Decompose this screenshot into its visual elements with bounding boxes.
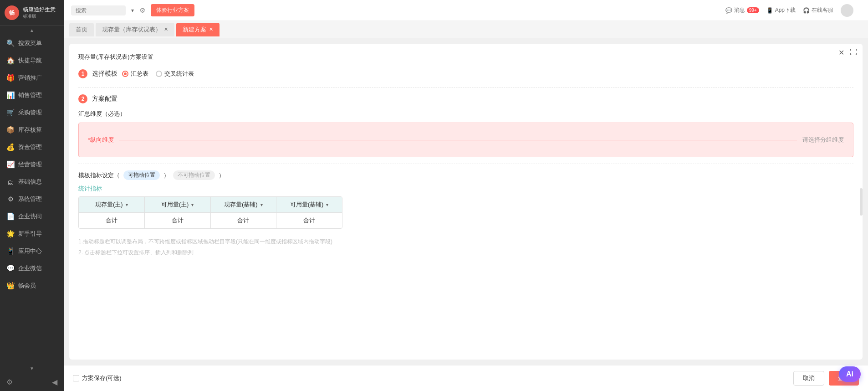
- sidebar-label-appstore: 应用中心: [18, 247, 42, 255]
- sidebar-item-search[interactable]: 🔍搜索菜单: [0, 35, 64, 52]
- industry-btn[interactable]: 体验行业方案: [151, 4, 194, 16]
- sidebar-icon-inventory: 📦: [6, 126, 15, 134]
- section1-number: 1: [78, 69, 87, 78]
- sidebar-icon-newguide: 🌟: [6, 230, 15, 238]
- sidebar-item-marketing[interactable]: 🎁营销推广: [0, 69, 64, 87]
- sidebar-label-sales: 销售管理: [18, 91, 42, 99]
- cancel-button[interactable]: 取消: [793, 371, 824, 386]
- non-draggable-indicator: 不可拖动位置: [173, 170, 215, 180]
- main-panel: ✕ ⛶ 现存量(库存状况表)方案设置 1 选择模板 汇总表交叉统计表 2 方案配…: [69, 44, 863, 360]
- stats-header-row: 现存量(主)▾可用量(主)▾现存量(基辅)▾可用量(基辅)▾: [79, 197, 342, 213]
- topbar-dropdown[interactable]: ▾: [131, 7, 134, 14]
- section2-label: 方案配置: [92, 95, 117, 103]
- topbar-gear-icon[interactable]: ⚙: [139, 6, 145, 15]
- stats-col-header-1[interactable]: 可用量(主)▾: [145, 197, 211, 212]
- stats-col-chevron-1[interactable]: ▾: [191, 202, 194, 207]
- tab-new-plan[interactable]: 新建方案✕: [176, 23, 220, 36]
- bottom-bar: 方案保存(可选) 取消 查询: [64, 365, 868, 391]
- indicator-settings-label: 模板指标设定（ 可拖动位置 ） 不可拖动位置 ）: [78, 170, 853, 180]
- tabbar: 首页现存量（库存状况表）✕新建方案✕: [64, 21, 868, 38]
- stats-table: 现存量(主)▾可用量(主)▾现存量(基辅)▾可用量(基辅)▾合计合计合计合计: [78, 196, 342, 229]
- sidebar-item-system[interactable]: ⚙系统管理: [0, 190, 64, 208]
- radio-label-cross: 交叉统计表: [164, 70, 194, 78]
- sidebar-item-newguide[interactable]: 🌟新手引导: [0, 225, 64, 242]
- collapse-icon[interactable]: ◀: [52, 378, 57, 386]
- sidebar-bottom: ⚙ ◀: [0, 373, 64, 391]
- save-checkbox[interactable]: [73, 375, 79, 381]
- settings-icon[interactable]: ⚙: [6, 378, 13, 386]
- sidebar-item-sales[interactable]: 📊销售管理: [0, 87, 64, 104]
- sidebar-scroll-down[interactable]: ▼: [0, 364, 64, 373]
- sidebar-item-wechat[interactable]: 💬企业微信: [0, 260, 64, 277]
- stats-col-label-0: 现存量(主): [95, 201, 123, 209]
- stats-col-header-3[interactable]: 可用量(基辅)▾: [276, 197, 342, 212]
- radio-summary[interactable]: 汇总表: [122, 70, 148, 78]
- page-title: 现存量(库存状况表)方案设置: [78, 53, 853, 61]
- main-area: ▾ ⚙ 体验行业方案 💬 消息 99+ 📱 App下载 🎧 在线客服 首页现存量…: [64, 0, 868, 391]
- panel-close-icon[interactable]: ✕: [838, 48, 844, 57]
- indicator-separator: ）: [163, 171, 169, 180]
- section1-header: 1 选择模板 汇总表交叉统计表: [78, 69, 853, 78]
- tab-home[interactable]: 首页: [69, 23, 94, 36]
- stats-col-chevron-2[interactable]: ▾: [260, 202, 263, 207]
- sidebar-logo: 畅 畅康通好生意 标准版: [0, 0, 64, 26]
- dim-separator-line: [119, 140, 797, 140]
- sidebar-scroll-up[interactable]: ▲: [0, 26, 64, 35]
- sidebar-icon-appstore: 📱: [6, 247, 15, 255]
- app-download-btn[interactable]: 📱 App下载: [766, 6, 796, 14]
- panel-expand-icon[interactable]: ⛶: [850, 48, 857, 57]
- section-plan-config: 2 方案配置 汇总维度（必选） *纵向维度 请选择分组维度: [78, 94, 853, 258]
- sidebar-icon-purchase: 🛒: [6, 108, 15, 117]
- app-name: 畅康通好生意 标准版: [23, 6, 56, 20]
- dim-required-mark: *纵向维度: [88, 136, 114, 144]
- page-content: ✕ ⛶ 现存量(库存状况表)方案设置 1 选择模板 汇总表交叉统计表 2 方案配…: [64, 38, 868, 365]
- sidebar-item-member[interactable]: 👑畅会员: [0, 277, 64, 294]
- sidebar-icon-contract: 📄: [6, 212, 15, 221]
- radio-dot-cross: [156, 71, 162, 77]
- sidebar-item-operation[interactable]: 📈经营管理: [0, 156, 64, 173]
- indicator-close-paren: ）: [219, 171, 225, 180]
- tab-label-home: 首页: [76, 26, 87, 34]
- stats-col-label-2: 现存量(基辅): [224, 201, 258, 209]
- message-btn[interactable]: 💬 消息 99+: [725, 6, 759, 14]
- sidebar-icon-sales: 📊: [6, 91, 15, 99]
- divider1: [78, 87, 853, 88]
- sidebar-label-finance: 资金管理: [18, 143, 42, 151]
- topbar-left: ▾ ⚙ 体验行业方案: [71, 4, 194, 16]
- sidebar-label-newguide: 新手引导: [18, 230, 42, 238]
- stats-cell-2: 合计: [211, 213, 277, 228]
- tip1: 1.拖动标题栏可以调整布局，不可跨维度或指标区域拖动栏目字段(只能在同一维度或指…: [78, 236, 853, 247]
- stats-col-chevron-0[interactable]: ▾: [126, 202, 128, 207]
- ai-float-button[interactable]: Ai: [839, 366, 861, 382]
- sidebar-item-finance[interactable]: 💰资金管理: [0, 139, 64, 156]
- app-logo-icon: 畅: [5, 5, 19, 20]
- stats-col-chevron-3[interactable]: ▾: [326, 202, 328, 207]
- sidebar-label-search: 搜索菜单: [18, 39, 42, 47]
- right-scroll-indicator[interactable]: [860, 188, 863, 216]
- online-service-btn[interactable]: 🎧 在线客服: [803, 6, 833, 14]
- dimension-area[interactable]: *纵向维度 请选择分组维度: [78, 123, 853, 157]
- radio-cross[interactable]: 交叉统计表: [156, 70, 194, 78]
- tab-close-inventory[interactable]: ✕: [164, 26, 168, 32]
- section1-label: 选择模板: [92, 70, 117, 78]
- sidebar-nav: 🔍搜索菜单🏠快捷导航🎁营销推广📊销售管理🛒采购管理📦库存核算💰资金管理📈经营管理…: [0, 35, 64, 364]
- sidebar-item-shortcut[interactable]: 🏠快捷导航: [0, 52, 64, 69]
- sidebar-item-contract[interactable]: 📄企业协同: [0, 208, 64, 225]
- sidebar-item-purchase[interactable]: 🛒采购管理: [0, 104, 64, 121]
- tab-inventory[interactable]: 现存量（库存状况表）✕: [96, 23, 174, 36]
- draggable-indicator: 可拖动位置: [123, 170, 160, 180]
- message-icon: 💬: [725, 7, 732, 14]
- sidebar-item-basic[interactable]: 🗂基础信息: [0, 173, 64, 190]
- sidebar-label-contract: 企业协同: [18, 212, 42, 221]
- template-radio-group: 汇总表交叉统计表: [122, 70, 194, 78]
- stats-col-header-0[interactable]: 现存量(主)▾: [79, 197, 145, 212]
- sidebar-item-appstore[interactable]: 📱应用中心: [0, 242, 64, 260]
- stats-col-header-2[interactable]: 现存量(基辅)▾: [211, 197, 277, 212]
- message-badge: 99+: [747, 7, 759, 13]
- tip2: 2. 点击标题栏下拉可设置排序、插入列和删除列: [78, 247, 853, 258]
- tab-label-new-plan: 新建方案: [183, 26, 206, 34]
- tab-close-new-plan[interactable]: ✕: [209, 26, 213, 32]
- sidebar-item-inventory[interactable]: 📦库存核算: [0, 121, 64, 139]
- topbar: ▾ ⚙ 体验行业方案 💬 消息 99+ 📱 App下载 🎧 在线客服: [64, 0, 868, 21]
- search-input[interactable]: [71, 5, 126, 15]
